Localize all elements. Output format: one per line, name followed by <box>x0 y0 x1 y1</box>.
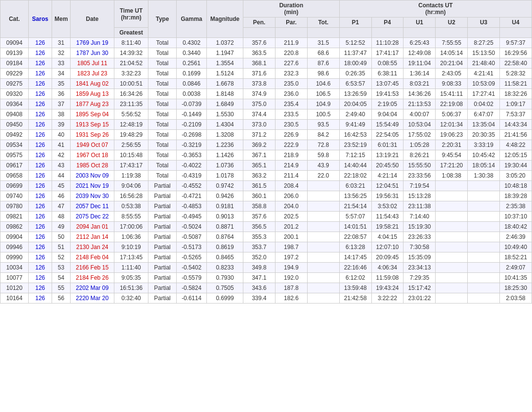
cell-p4: 15:54:49 <box>371 120 404 130</box>
cell-u4: 11:58:21 <box>500 79 532 89</box>
cell-magnitude: 0.8871 <box>207 222 243 232</box>
cell-u4: 2:35:38 <box>500 201 532 212</box>
table-row: 09617 126 43 1985 Oct 28 17:43:17 Total … <box>0 161 532 171</box>
cell-date: 1823 Jul 23 <box>71 69 114 79</box>
cell-mem: 47 <box>52 201 71 212</box>
cell-pen: 349.8 <box>243 263 275 273</box>
cell-pen: 361.5 <box>243 181 275 191</box>
cell-u3: 3:33:19 <box>468 140 500 150</box>
cell-gamma: -0.1449 <box>177 109 207 120</box>
cell-u3: 21:48:40 <box>468 58 500 69</box>
cell-time: 0:53:38 <box>114 201 148 212</box>
cell-cat: 09275 <box>0 79 29 89</box>
col-u1-empty <box>404 28 436 38</box>
cell-u4: 5:28:32 <box>500 69 532 79</box>
cell-time: 17:43:17 <box>114 161 148 171</box>
cell-type: Total <box>148 150 177 161</box>
cell-cat: 09740 <box>0 191 29 201</box>
cell-mem: 31 <box>52 38 71 48</box>
cell-magnitude: 1.5530 <box>207 109 243 120</box>
cell-u1: 10:53:04 <box>404 120 436 130</box>
cell-u4: 10:41:35 <box>500 273 532 283</box>
cell-u4: 7:53:37 <box>500 109 532 120</box>
cell-mem: 40 <box>52 130 71 140</box>
cell-p4: 17:41:17 <box>371 48 404 58</box>
cell-u3 <box>468 283 500 293</box>
cell-u4: 14:43:34 <box>500 120 532 130</box>
cell-date: 2075 Dec 22 <box>71 212 114 222</box>
cell-p1: 18:00:49 <box>339 58 371 69</box>
col-gamma: Gamma <box>177 0 207 38</box>
cell-saros: 126 <box>29 201 52 212</box>
cell-pen: 373.0 <box>243 120 275 130</box>
cell-p4: 19:43:24 <box>371 283 404 293</box>
cell-mem: 38 <box>52 109 71 120</box>
cell-cat: 10120 <box>0 283 29 293</box>
cell-pen: 355.3 <box>243 232 275 242</box>
cell-p1: 14:17:45 <box>339 252 371 263</box>
cell-u4: 18:32:26 <box>500 89 532 99</box>
cell-cat: 09904 <box>0 232 29 242</box>
cell-magnitude: 1.5124 <box>207 69 243 79</box>
cell-saros: 126 <box>29 109 52 120</box>
cell-gamma: -0.5402 <box>177 263 207 273</box>
table-row: 10034 126 53 2166 Feb 15 1:11:40 Partial… <box>0 263 532 273</box>
cell-par: 208.4 <box>275 181 307 191</box>
table-row: 09492 126 40 1931 Sep 26 19:48:29 Total … <box>0 130 532 140</box>
cell-type: Partial <box>148 232 177 242</box>
cell-time: 0:32:40 <box>114 293 148 304</box>
cell-u3 <box>468 191 500 201</box>
cell-u1: 15:17:42 <box>404 283 436 293</box>
cell-cat: 09534 <box>0 140 29 150</box>
cell-u1: 23:33:56 <box>404 171 436 181</box>
cell-magnitude: 1.3208 <box>207 130 243 140</box>
cell-mem: 48 <box>52 212 71 222</box>
cell-saros: 126 <box>29 263 52 273</box>
cell-p4: 6:01:31 <box>371 140 404 150</box>
cell-u3: 13:35:04 <box>468 120 500 130</box>
cell-u4: 21:41:56 <box>500 130 532 140</box>
cell-magnitude: 1.1947 <box>207 48 243 58</box>
cell-type: Total <box>148 89 177 99</box>
cell-time: 9:05:35 <box>114 273 148 283</box>
table-row: 09094 126 31 1769 Jun 19 8:11:40 Total 0… <box>0 38 532 48</box>
cell-type: Partial <box>148 222 177 232</box>
cell-u4: 10:37:10 <box>500 212 532 222</box>
cell-tot: 98.6 <box>307 69 339 79</box>
cell-p4: 4:06:34 <box>371 263 404 273</box>
cell-p1: 16:42:53 <box>339 130 371 140</box>
cell-cat: 09617 <box>0 161 29 171</box>
col-p4: P4 <box>371 18 404 28</box>
cell-par: 222.9 <box>275 140 307 150</box>
cell-p1: 6:12:02 <box>339 273 371 283</box>
cell-gamma: -0.4721 <box>177 191 207 201</box>
cell-pen: 373.8 <box>243 79 275 89</box>
cell-magnitude: 0.9013 <box>207 212 243 222</box>
cell-u2 <box>436 273 468 283</box>
col-u2-empty <box>436 28 468 38</box>
table-row: 09658 126 44 2003 Nov 09 1:19:38 Total -… <box>0 171 532 181</box>
cell-par: 235.0 <box>275 79 307 89</box>
cell-gamma: -0.4022 <box>177 161 207 171</box>
cell-gamma: -0.2698 <box>177 130 207 140</box>
cell-pen: 356.5 <box>243 222 275 232</box>
col-type: Type <box>148 0 177 38</box>
cell-date: 1967 Oct 18 <box>71 150 114 161</box>
cell-u2 <box>436 242 468 252</box>
cell-u2: 9:08:33 <box>436 79 468 89</box>
table-body: 09094 126 31 1769 Jun 19 8:11:40 Total 0… <box>0 38 532 304</box>
table-row: 09575 126 42 1967 Oct 18 10:15:48 Total … <box>0 150 532 161</box>
table-row: 09699 126 45 2021 Nov 19 9:04:06 Partial… <box>0 181 532 191</box>
cell-p1: 6:13:28 <box>339 242 371 252</box>
cell-p4: 11:54:43 <box>371 212 404 222</box>
cell-saros: 126 <box>29 161 52 171</box>
cell-u1: 17:55:02 <box>404 130 436 140</box>
cell-mem: 45 <box>52 181 71 191</box>
cell-gamma: 0.0846 <box>177 79 207 89</box>
cell-p4: 12:07:10 <box>371 242 404 252</box>
cell-time: 16:56:28 <box>114 191 148 201</box>
cell-magnitude: 1.1426 <box>207 150 243 161</box>
cell-date: 1913 Sep 15 <box>71 120 114 130</box>
cell-mem: 51 <box>52 242 71 252</box>
cell-u3: 1:30:38 <box>468 171 500 181</box>
